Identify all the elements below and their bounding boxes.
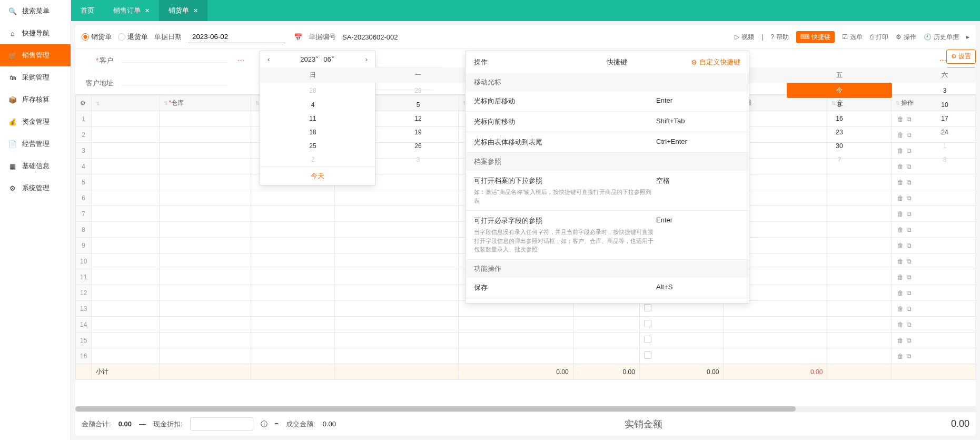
history-button[interactable]: 🕘 历史单据 [924,33,959,42]
cal-next-icon[interactable]: › [362,55,371,63]
cal-day[interactable]: 30 [787,139,892,153]
gift-cell[interactable] [639,348,724,364]
gift-cell[interactable] [639,333,724,348]
delete-icon[interactable]: 🗑 [897,194,904,202]
column-header[interactable]: ⇅*仓库 [159,95,251,111]
checkbox[interactable] [644,320,651,327]
table-row[interactable]: 14🗑⧉ [76,317,976,333]
checkbox[interactable] [644,351,651,359]
cell[interactable] [159,285,251,301]
cal-day[interactable]: 26 [365,139,471,153]
cell[interactable] [159,269,251,285]
cell[interactable] [92,269,159,285]
cell[interactable] [458,317,573,333]
cell[interactable] [458,333,573,348]
radio-sale[interactable]: 销货单 [82,32,112,42]
checkbox[interactable] [644,304,651,311]
cell[interactable] [251,206,335,222]
cell[interactable] [827,174,892,190]
cal-day[interactable]: 7 [787,153,892,167]
sidebar-item-cart[interactable]: 🛒销售管理 [0,44,71,66]
date-input[interactable] [188,31,285,43]
cell[interactable] [335,206,459,222]
cell[interactable] [159,333,251,348]
cell[interactable] [335,222,459,238]
cell[interactable] [573,333,639,348]
cell[interactable] [159,222,251,238]
delete-icon[interactable]: 🗑 [897,321,904,328]
cell[interactable] [92,317,159,333]
customer-more-icon[interactable]: ⋯ [235,54,246,66]
cell[interactable] [827,348,892,364]
close-icon[interactable]: ✕ [193,7,198,14]
cell[interactable] [159,127,251,143]
cal-day[interactable]: 16 [787,112,892,125]
cal-day[interactable]: 10 [892,98,976,112]
gift-cell[interactable] [639,317,724,333]
cal-day[interactable]: 29 [365,83,471,98]
checkbox[interactable] [644,336,651,343]
cal-day[interactable]: 24 [892,125,976,139]
cal-day[interactable]: 25 [260,139,365,153]
help-button[interactable]: ? 帮助 [770,33,789,42]
cal-day[interactable]: 11 [260,112,365,125]
operate-button[interactable]: ⚙ 操作 [896,33,916,42]
cell[interactable] [92,143,159,159]
sidebar-item-box[interactable]: 📦库存核算 [0,89,71,111]
video-button[interactable]: ▷ 视频 [735,33,754,42]
delete-icon[interactable]: 🗑 [897,289,904,297]
cal-day[interactable]: 今 [787,83,892,98]
copy-icon[interactable]: ⧉ [907,226,912,233]
cell[interactable] [159,143,251,159]
table-row[interactable]: 15🗑⧉ [76,333,976,348]
cell[interactable] [827,269,892,285]
cell[interactable] [251,285,335,301]
cell[interactable] [335,301,459,317]
copy-icon[interactable]: ⧉ [907,179,912,186]
cell[interactable] [159,253,251,269]
cell[interactable] [92,206,159,222]
settings-button[interactable]: ⚙ 设置 [946,50,976,64]
cell[interactable] [251,301,335,317]
cal-prev-icon[interactable]: ‹ [264,55,273,63]
tab[interactable]: 销货单✕ [159,0,207,21]
copy-icon[interactable]: ⧉ [907,273,912,281]
cal-day[interactable]: 5 [365,98,471,112]
print-button[interactable]: ⎙ 打印 [870,33,888,42]
cell[interactable] [159,190,251,206]
help-icon[interactable]: ⓘ [261,419,268,429]
cal-day[interactable]: 9 [787,98,892,112]
cell[interactable] [92,285,159,301]
cell[interactable] [92,111,159,127]
copy-icon[interactable]: ⧉ [907,321,912,328]
cell[interactable] [159,238,251,253]
custom-shortcut-button[interactable]: ⚙自定义快捷键 [691,57,740,67]
cell[interactable] [92,301,159,317]
cal-day[interactable]: 12 [365,112,471,125]
cell[interactable] [335,253,459,269]
cal-day[interactable]: 28 [260,83,365,98]
cell[interactable] [573,317,639,333]
cell[interactable] [827,253,892,269]
horizontal-scrollbar[interactable] [75,406,976,412]
cell[interactable] [92,222,159,238]
cell[interactable] [724,348,827,364]
select-button[interactable]: ☑ 选单 [842,33,863,42]
sidebar-item-search[interactable]: 🔍搜索菜单 [0,0,71,22]
cell[interactable] [251,269,335,285]
cal-day[interactable]: 2 [260,153,365,167]
cal-day[interactable]: 3 [365,153,471,167]
cal-day[interactable]: 8 [892,153,976,167]
cell[interactable] [573,348,639,364]
cell[interactable] [827,190,892,206]
cell[interactable] [335,348,459,364]
sidebar-item-bag[interactable]: 🛍采购管理 [0,66,71,89]
cal-day[interactable]: 18 [260,125,365,139]
copy-icon[interactable]: ⧉ [907,289,912,297]
cell[interactable] [159,174,251,190]
cell[interactable] [827,238,892,253]
copy-icon[interactable]: ⧉ [907,210,912,218]
copy-icon[interactable]: ⧉ [907,258,912,265]
cal-today-button[interactable]: 今天 [260,167,375,185]
cell[interactable] [827,301,892,317]
